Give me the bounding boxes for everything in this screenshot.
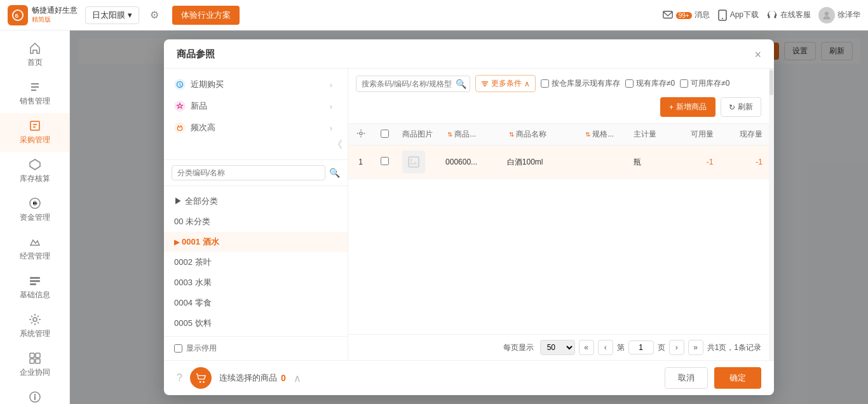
continuous-label: 连续选择的商品 0 (219, 372, 286, 384)
collapse-new-icon[interactable]: › (325, 100, 337, 112)
filter-available-stock[interactable]: 可用库存≠0 (680, 78, 729, 89)
help-icon[interactable]: ? (177, 372, 182, 384)
add-product-label: 新增商品 (676, 102, 707, 112)
table-row[interactable]: 1 (348, 145, 769, 179)
quick-frequent[interactable]: 频次高 › (164, 117, 348, 138)
filter-by-warehouse[interactable]: 按仓库显示现有库存 (541, 78, 620, 89)
sidebar-item-system[interactable]: 系统管理 (0, 307, 69, 346)
svg-rect-13 (36, 353, 40, 358)
cat-0002[interactable]: 0002 茶叶 (164, 252, 348, 273)
sidebar-item-guide[interactable]: 新手引导 (0, 384, 69, 404)
current-stock-checkbox[interactable] (625, 79, 634, 88)
svg-point-4 (722, 18, 723, 19)
cat-all[interactable]: ▶ 全部分类 (164, 191, 348, 212)
messages-badge: 99+ (676, 11, 692, 20)
row-stock: -1 (756, 158, 763, 166)
cat-0005[interactable]: 0005 饮料 (164, 313, 348, 333)
sidebar-label-finance: 资金管理 (20, 212, 50, 223)
left-panel: 近期购买 › 新品 › (164, 69, 348, 360)
sidebar-item-inventory[interactable]: 库存核算 (0, 152, 69, 191)
collapse-quick-icon[interactable]: › (325, 78, 337, 91)
cat-0004[interactable]: 0004 零食 (164, 293, 348, 313)
available-stock-checkbox[interactable] (680, 79, 688, 88)
refresh-icon: ↻ (729, 103, 735, 112)
collapse-panel-btn[interactable]: 《 (332, 138, 342, 152)
show-disabled-label[interactable]: 显示停用 (186, 343, 217, 354)
refresh-btn[interactable]: ↻ 刷新 (721, 97, 761, 117)
th-spec[interactable]: ⇅ 规格... (577, 124, 627, 145)
operations-icon (29, 236, 41, 248)
sidebar-item-home[interactable]: 首页 (0, 36, 69, 74)
show-disabled-checkbox[interactable] (174, 344, 182, 353)
cart-count: 0 (281, 373, 286, 383)
sidebar-label-inventory: 库存核算 (20, 173, 50, 184)
th-code[interactable]: ⇅ 商品... (439, 124, 501, 145)
quick-access: 近期购买 › 新品 › (164, 69, 348, 160)
th-name[interactable]: ⇅ 商品名称 (501, 124, 577, 145)
svg-point-25 (200, 381, 201, 383)
main-search-icon[interactable]: 🔍 (456, 79, 466, 89)
category-search-btn[interactable]: 🔍 (329, 168, 340, 178)
logo-sub: 精简版 (32, 15, 78, 24)
category-search-input[interactable] (172, 165, 325, 180)
experience-btn[interactable]: 体验行业方案 (172, 6, 240, 25)
phone-icon (717, 10, 728, 21)
store-name: 日太阳膜 (92, 10, 125, 21)
modal-scroll-thumb[interactable] (770, 70, 773, 95)
home-icon (29, 42, 41, 55)
th-code-sort-icon: ⇅ (447, 131, 452, 138)
cat-0003[interactable]: 0003 水果 (164, 273, 348, 293)
page-first-btn[interactable]: « (579, 340, 594, 355)
right-panel: 🔍 更多条件 ∧ 按仓库显示现有库存 (348, 69, 769, 360)
svg-point-22 (360, 132, 362, 135)
quick-new-label: 新品 (191, 100, 207, 112)
th-stock: 现存量 (720, 124, 769, 145)
user-item[interactable]: 徐泽华 (818, 7, 860, 24)
store-selector[interactable]: 日太阳膜 ▾ (85, 6, 139, 24)
page-prev-btn[interactable]: ‹ (598, 340, 613, 355)
cat-00[interactable]: 00 未分类 (164, 212, 348, 232)
sidebar-item-purchase[interactable]: 采购管理 (0, 113, 69, 152)
filter-more-btn[interactable]: 更多条件 ∧ (475, 75, 536, 92)
quick-new[interactable]: 新品 › (164, 95, 348, 117)
confirm-btn[interactable]: 确定 (714, 367, 761, 389)
page-next-btn[interactable]: › (669, 340, 684, 355)
collapse-footer-icon[interactable]: ∧ (294, 372, 301, 384)
cancel-btn[interactable]: 取消 (665, 367, 708, 389)
modal-header: 商品参照 × (164, 39, 774, 69)
th-avail-label: 可用量 (691, 130, 714, 138)
page-input[interactable] (628, 340, 654, 354)
page-last-btn[interactable]: » (688, 340, 703, 355)
settings-icon[interactable]: ⚙ (146, 6, 163, 24)
sidebar-item-finance[interactable]: 资金管理 (0, 191, 69, 229)
messages-item[interactable]: 99+ 消息 (662, 10, 710, 21)
cell-check[interactable] (373, 145, 396, 179)
sidebar-item-enterprise[interactable]: 企业协同 (0, 346, 69, 384)
select-all-checkbox[interactable] (381, 130, 389, 138)
clock-icon (174, 79, 186, 90)
page-size-select[interactable]: 50 20 100 (540, 340, 575, 355)
online-service-item[interactable]: 在线客服 (766, 10, 811, 21)
modal-close-btn[interactable]: × (754, 49, 761, 60)
collapse-freq-icon[interactable]: › (325, 121, 337, 134)
add-product-btn[interactable]: + 新增商品 (660, 97, 715, 117)
sidebar-label-basic: 基础信息 (20, 290, 50, 300)
app-download-item[interactable]: App下载 (717, 10, 759, 21)
th-settings[interactable] (348, 124, 373, 145)
svg-point-24 (410, 159, 412, 161)
filter-current-stock[interactable]: 现有库存≠0 (625, 78, 675, 89)
sidebar-item-sales[interactable]: 销售管理 (0, 74, 69, 113)
sidebar-label-enterprise: 企业协同 (20, 367, 50, 378)
row-checkbox[interactable] (381, 157, 389, 165)
cell-unit: 瓶 (627, 145, 671, 179)
cart-btn[interactable] (190, 367, 212, 389)
username: 徐泽华 (837, 10, 860, 20)
by-warehouse-checkbox[interactable] (541, 79, 549, 88)
quick-recent[interactable]: 近期购买 › (164, 74, 348, 95)
th-name-sort-icon: ⇅ (509, 131, 514, 138)
sidebar-item-basic[interactable]: 基础信息 (0, 268, 69, 307)
main-search-input[interactable] (356, 76, 470, 92)
cell-img (396, 145, 439, 179)
sidebar-item-operations[interactable]: 经营管理 (0, 229, 69, 268)
cat-0001[interactable]: ▶ 0001 酒水 (164, 232, 348, 252)
